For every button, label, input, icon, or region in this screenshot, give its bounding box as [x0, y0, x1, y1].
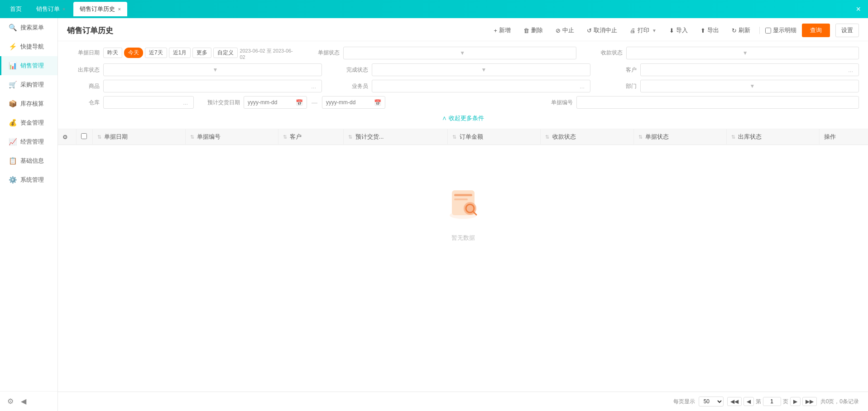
prev-page-button[interactable]: ◀	[743, 397, 754, 406]
sidebar: 🔍 搜索菜单 ⚡ 快捷导航 📊 销售管理 🛒 采购管理 📦 库存核算 💰 资金管…	[0, 18, 58, 411]
export-button[interactable]: ⬆ 导出	[697, 24, 723, 36]
order-status-select[interactable]: ▼	[343, 47, 576, 59]
payment-status-select[interactable]: ▼	[626, 47, 859, 59]
show-columns-checkbox[interactable]: 显示明细	[765, 26, 796, 34]
complete-status-field: ▼	[372, 63, 590, 76]
tab-sales-order-history[interactable]: 销售订单历史 ×	[73, 2, 127, 16]
sidebar-item-operations[interactable]: 📈 经营管理	[0, 132, 58, 151]
out-status-label: 出库状态	[67, 66, 103, 74]
settings-button[interactable]: 设置	[835, 24, 859, 37]
salesperson-dots[interactable]: ...	[578, 83, 586, 90]
query-button[interactable]: 查询	[802, 24, 830, 37]
date-btn-more[interactable]: 更多	[192, 48, 211, 58]
new-icon: +	[494, 27, 498, 34]
goods-dots[interactable]: ...	[309, 83, 318, 90]
show-columns-input[interactable]	[765, 28, 771, 34]
sidebar-item-system-mgmt[interactable]: ⚙️ 系统管理	[0, 170, 58, 189]
col-settings[interactable]: ⚙	[58, 129, 76, 145]
customer-field: ...	[640, 63, 859, 76]
gear-icon[interactable]: ⚙	[7, 397, 14, 406]
finance-icon: 💰	[9, 119, 17, 127]
col-check[interactable]	[76, 129, 92, 145]
col-date[interactable]: 单据日期	[92, 129, 185, 145]
tab-history-close[interactable]: ×	[118, 6, 120, 12]
collapse-sidebar-icon[interactable]: ◀	[21, 397, 26, 406]
col-customer[interactable]: 客户	[278, 129, 344, 145]
col-delivery[interactable]: 预计交货...	[344, 129, 448, 145]
delivery-date-start[interactable]	[248, 99, 296, 106]
date-btn-last1m[interactable]: 近1月	[169, 48, 191, 58]
cancel-stop-button[interactable]: ↺ 取消中止	[583, 24, 621, 36]
delete-button[interactable]: 🗑 删除	[520, 24, 547, 36]
window-close-icon[interactable]: ×	[852, 3, 864, 16]
tab-home[interactable]: 首页	[4, 2, 28, 16]
refresh-button[interactable]: ↻ 刷新	[728, 24, 754, 36]
dept-arrow: ▼	[750, 83, 855, 89]
salesperson-input[interactable]	[376, 83, 578, 89]
system-icon: ⚙️	[9, 176, 17, 184]
print-button[interactable]: 🖨 打印	[626, 24, 660, 36]
date-btn-custom[interactable]: 自定义	[213, 48, 238, 58]
customer-input-wrap: ...	[640, 63, 859, 76]
date-label: 单据日期	[67, 49, 103, 57]
sidebar-item-finance[interactable]: 💰 资金管理	[0, 113, 58, 132]
export-icon: ⬆	[700, 27, 705, 34]
tab-sales-order-label: 销售订单	[36, 5, 60, 13]
calendar-end-icon[interactable]: 📅	[374, 99, 381, 106]
search-icon: 🔍	[9, 24, 17, 32]
delivery-date-end-wrap: 📅	[322, 96, 385, 109]
col-out-status[interactable]: 出库状态	[726, 129, 819, 145]
order-status-field: ▼	[343, 47, 576, 59]
next-page-button[interactable]: ▶	[790, 397, 801, 406]
table-header: ⚙ 单据日期 单据编号 客户	[58, 129, 868, 145]
svg-rect-2	[454, 194, 472, 196]
warehouse-dots[interactable]: ...	[181, 99, 190, 106]
quick-nav-icon: ⚡	[9, 43, 17, 51]
calendar-start-icon[interactable]: 📅	[296, 99, 303, 106]
goods-input[interactable]	[107, 83, 309, 89]
page-size-label: 每页显示	[673, 398, 695, 406]
page-number-input[interactable]	[763, 397, 781, 406]
page-header: 销售订单历史 + 新增 🗑 删除 ⊘ 中止 ↺ 取消中止	[58, 18, 868, 41]
col-amount[interactable]: 订单金额	[448, 129, 541, 145]
sidebar-item-purchase-mgmt[interactable]: 🛒 采购管理	[0, 75, 58, 94]
stop-button[interactable]: ⊘ 中止	[552, 24, 578, 36]
dept-select[interactable]: ▼	[640, 80, 859, 92]
col-payment-status[interactable]: 收款状态	[541, 129, 633, 145]
sidebar-item-inventory[interactable]: 📦 库存核算	[0, 94, 58, 113]
tab-sales-order[interactable]: 销售订单 ×	[30, 2, 72, 16]
first-page-button[interactable]: ◀◀	[727, 397, 742, 406]
warehouse-input[interactable]	[107, 99, 181, 106]
payment-status-label: 收款状态	[590, 49, 626, 57]
date-btn-last7[interactable]: 近7天	[145, 48, 167, 58]
date-btn-today[interactable]: 今天	[124, 48, 143, 58]
sidebar-item-search-menu[interactable]: 🔍 搜索菜单	[0, 18, 58, 37]
page-size-select[interactable]: 50 10 20 100	[699, 396, 724, 406]
import-button[interactable]: ⬇ 导入	[666, 24, 691, 36]
customer-input[interactable]	[644, 67, 846, 73]
collapse-conditions[interactable]: ∧ 收起更多条件	[67, 112, 859, 124]
col-order-no[interactable]: 单据编号	[185, 129, 278, 145]
order-no-input[interactable]	[580, 99, 855, 106]
tab-sales-order-close[interactable]: ×	[62, 6, 65, 12]
sidebar-item-base-info[interactable]: 📋 基础信息	[0, 151, 58, 170]
stop-icon: ⊘	[556, 27, 561, 34]
salesperson-field: ...	[372, 80, 590, 92]
customer-dots[interactable]: ...	[846, 67, 855, 73]
empty-state: 暂无数据	[58, 145, 868, 278]
new-button[interactable]: + 新增	[490, 24, 515, 36]
table-settings-icon[interactable]: ⚙	[62, 134, 68, 140]
complete-status-select[interactable]: ▼	[372, 63, 590, 76]
sidebar-item-quick-nav[interactable]: ⚡ 快捷导航	[0, 37, 58, 56]
out-status-select[interactable]: ▼	[103, 63, 322, 76]
col-order-status[interactable]: 单据状态	[633, 129, 726, 145]
top-bar: 首页 销售订单 × 销售订单历史 × ×	[0, 0, 868, 18]
last-page-button[interactable]: ▶▶	[802, 397, 817, 406]
select-all-checkbox[interactable]	[81, 133, 87, 139]
delivery-date-end[interactable]	[326, 99, 374, 106]
col-action: 操作	[819, 129, 868, 145]
sidebar-item-sales-mgmt[interactable]: 📊 销售管理	[0, 56, 58, 75]
date-btn-yesterday[interactable]: 昨天	[103, 48, 122, 58]
goods-input-wrap: ...	[103, 80, 322, 92]
date-quick-group: 昨天 今天 近7天 近1月 更多 自定义	[103, 48, 238, 58]
